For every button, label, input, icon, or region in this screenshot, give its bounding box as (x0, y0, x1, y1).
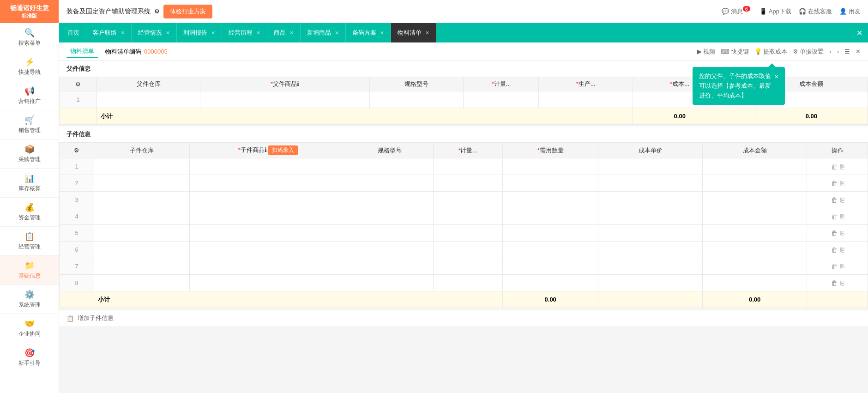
copy-icon-7[interactable]: ⎘ (840, 279, 844, 287)
delete-icon-1[interactable]: 🗑 (831, 180, 838, 187)
child-unitcost-0[interactable] (598, 158, 703, 175)
nav-tab-close-biz-status[interactable]: ✕ (166, 30, 170, 36)
nav-tab-close-barcode[interactable]: ✕ (380, 30, 384, 36)
delete-icon-3[interactable]: 🗑 (831, 213, 838, 220)
scan-input-button[interactable]: 扫码录入 (268, 145, 298, 155)
child-spec-7[interactable] (346, 275, 433, 291)
sidebar-item-marketing[interactable]: 📢营销推广 (0, 81, 59, 110)
child-unit-3[interactable] (433, 208, 503, 225)
child-unit-1[interactable] (433, 175, 503, 192)
cost-action[interactable]: 💡 提取成本 (754, 48, 787, 56)
parent-spec-cell[interactable] (369, 91, 464, 108)
copy-icon-6[interactable]: ⎘ (840, 263, 844, 270)
child-unit-0[interactable] (433, 158, 503, 175)
nav-tab-profit[interactable]: 利润报告✕ (177, 23, 222, 42)
shortcut-action[interactable]: ⌨ 快捷键 (721, 48, 749, 56)
parent-warehouse-cell[interactable] (97, 91, 200, 108)
close-all-tabs-icon[interactable]: ✕ (853, 29, 866, 37)
parent-unit-cell[interactable] (464, 91, 539, 108)
online-service-item[interactable]: 🎧 在线客服 (799, 7, 832, 16)
child-unitcost-1[interactable] (598, 175, 703, 192)
nav-tab-bom[interactable]: 物料清单✕ (391, 23, 436, 42)
child-product-5[interactable] (190, 242, 346, 258)
child-spec-2[interactable] (346, 192, 433, 208)
delete-icon-6[interactable]: 🗑 (831, 263, 838, 270)
sidebar-item-search[interactable]: 🔍搜索菜单 (0, 23, 59, 52)
nav-tab-product[interactable]: 商品✕ (267, 23, 301, 42)
child-unit-7[interactable] (433, 275, 503, 291)
nav-tab-close-biz-history[interactable]: ✕ (256, 30, 260, 36)
delete-icon-4[interactable]: 🗑 (831, 230, 838, 237)
child-product-7[interactable] (190, 275, 346, 291)
settings-icon[interactable]: ⚙ (154, 8, 160, 15)
child-spec-4[interactable] (346, 225, 433, 242)
child-qty-0[interactable] (503, 158, 598, 175)
sub-tab-list[interactable]: 物料清单 (66, 45, 98, 58)
nav-tab-home[interactable]: 首页 (61, 23, 86, 42)
nav-tab-new-product[interactable]: 新增商品✕ (301, 23, 346, 42)
sidebar-item-ops[interactable]: 📋经营管理 (0, 227, 59, 256)
child-spec-0[interactable] (346, 158, 433, 175)
child-unitcost-7[interactable] (598, 275, 703, 291)
child-qty-6[interactable] (503, 258, 598, 275)
copy-icon-2[interactable]: ⎘ (840, 196, 844, 204)
child-unit-6[interactable] (433, 258, 503, 275)
sidebar-item-sales[interactable]: 🛒销售管理 (0, 110, 59, 139)
nav-tab-close-customer[interactable]: ✕ (121, 30, 125, 36)
child-warehouse-4[interactable] (94, 225, 190, 242)
child-col-settings[interactable]: ⚙ (60, 143, 94, 158)
child-unitcost-2[interactable] (598, 192, 703, 208)
child-warehouse-1[interactable] (94, 175, 190, 192)
copy-icon-0[interactable]: ⎘ (840, 163, 844, 170)
sidebar-item-finance[interactable]: 💰资金管理 (0, 198, 59, 227)
child-warehouse-0[interactable] (94, 158, 190, 175)
child-unitcost-6[interactable] (598, 258, 703, 275)
delete-icon-5[interactable]: 🗑 (831, 246, 838, 254)
child-qty-5[interactable] (503, 242, 598, 258)
child-product-2[interactable] (190, 192, 346, 208)
grid-view-icon[interactable]: ☰ (844, 48, 850, 55)
sidebar-item-guide[interactable]: 🎯新手引导 (0, 343, 59, 372)
copy-icon-3[interactable]: ⎘ (840, 213, 844, 220)
child-warehouse-6[interactable] (94, 258, 190, 275)
child-spec-3[interactable] (346, 208, 433, 225)
parent-mfg-cell[interactable] (539, 91, 633, 108)
app-download-item[interactable]: 📱 App下载 (760, 7, 791, 16)
nav-next-icon[interactable]: › (837, 48, 839, 55)
child-qty-2[interactable] (503, 192, 598, 208)
video-action[interactable]: ▶ 视频 (697, 48, 715, 56)
child-unit-4[interactable] (433, 225, 503, 242)
messages-item[interactable]: 💬 消息 6 (722, 7, 752, 16)
child-warehouse-3[interactable] (94, 208, 190, 225)
parent-col-settings[interactable]: ⚙ (60, 77, 97, 91)
close-doc-icon[interactable]: ✕ (856, 48, 861, 55)
nav-tab-close-product[interactable]: ✕ (289, 30, 294, 36)
child-unitcost-4[interactable] (598, 225, 703, 242)
delete-icon-0[interactable]: 🗑 (831, 163, 838, 170)
delete-icon-2[interactable]: 🗑 (831, 196, 838, 204)
child-product-1[interactable] (190, 175, 346, 192)
sidebar-item-inventory[interactable]: 📊库存核算 (0, 169, 59, 198)
nav-prev-icon[interactable]: ‹ (829, 48, 831, 55)
child-warehouse-5[interactable] (94, 242, 190, 258)
child-warehouse-2[interactable] (94, 192, 190, 208)
single-setting-action[interactable]: ⚙ 单据设置 (793, 48, 824, 56)
nav-tab-close-new-product[interactable]: ✕ (335, 30, 339, 36)
sidebar-item-basic[interactable]: 📁基础信息 (0, 256, 59, 285)
nav-tab-biz-history[interactable]: 经营历程✕ (222, 23, 267, 42)
child-unit-5[interactable] (433, 242, 503, 258)
sidebar-item-system[interactable]: ⚙️系统管理 (0, 285, 59, 314)
child-unitcost-3[interactable] (598, 208, 703, 225)
child-qty-3[interactable] (503, 208, 598, 225)
nav-tab-customer[interactable]: 客户联络✕ (86, 23, 132, 42)
child-product-0[interactable] (190, 158, 346, 175)
delete-icon-7[interactable]: 🗑 (831, 279, 838, 287)
copy-icon-5[interactable]: ⎘ (840, 246, 844, 254)
user-item[interactable]: 👤 用友 (839, 7, 861, 16)
child-product-3[interactable] (190, 208, 346, 225)
child-product-6[interactable] (190, 258, 346, 275)
child-unitcost-5[interactable] (598, 242, 703, 258)
nav-tab-biz-status[interactable]: 经营情况✕ (132, 23, 177, 42)
copy-icon-1[interactable]: ⎘ (840, 180, 844, 187)
child-spec-6[interactable] (346, 258, 433, 275)
